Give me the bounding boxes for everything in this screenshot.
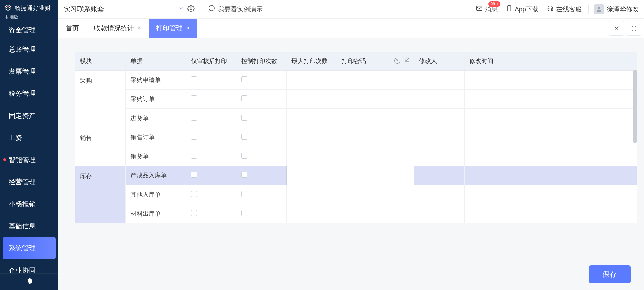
app-download-button[interactable]: App下载 [506, 5, 539, 14]
tab-receipts-stats[interactable]: 收款情况统计 × [87, 19, 149, 38]
checkbox[interactable] [191, 76, 197, 82]
sidebar-item-partial[interactable]: 资金管理 [0, 22, 58, 38]
col-by: 修改人 [414, 52, 464, 71]
modified-by-cell [414, 166, 464, 185]
svg-point-5 [598, 7, 600, 9]
sidebar-item-7[interactable]: 小畅报销 [0, 193, 58, 215]
sidebar-item-9[interactable]: 系统管理 [3, 237, 56, 259]
checkbox[interactable] [241, 153, 247, 159]
svg-point-1 [190, 8, 192, 10]
modified-by-cell [414, 71, 464, 90]
scrollbar[interactable] [633, 70, 637, 143]
chat-bubble-icon [208, 5, 215, 14]
module-cell: 采购 [75, 71, 125, 128]
sidebar-item-6[interactable]: 经营管理 [0, 171, 58, 193]
checkbox[interactable] [191, 134, 197, 140]
checkbox[interactable] [241, 134, 247, 140]
sidebar-item-2[interactable]: 税务管理 [0, 82, 58, 104]
svg-rect-3 [508, 6, 511, 11]
sidebar-item-3[interactable]: 固定资产 [0, 104, 58, 127]
checkbox[interactable] [241, 76, 247, 82]
doc-cell: 采购申请单 [125, 71, 186, 90]
checkbox[interactable] [241, 172, 247, 178]
checkbox[interactable] [241, 95, 247, 101]
topbar: 实习联系账套 我要看实例演示 消息 99 + App下载 在线客服 [58, 0, 644, 19]
print-password-cell [337, 147, 414, 166]
doc-cell: 进货单 [125, 109, 186, 128]
brand: 畅捷通好业财 [0, 0, 58, 14]
checkbox[interactable] [191, 191, 197, 197]
modified-by-cell [414, 128, 464, 147]
sidebar-settings[interactable] [0, 273, 58, 290]
sidebar-item-10[interactable]: 企业协同 [0, 259, 58, 273]
svg-point-0 [7, 6, 9, 7]
max-prints-cell[interactable] [286, 166, 337, 185]
checkbox[interactable] [191, 172, 197, 178]
fullscreen-button[interactable] [627, 21, 641, 36]
account-settings-icon[interactable] [187, 5, 195, 14]
app-download-label: App下载 [515, 5, 539, 14]
brand-edition: 标准版 [0, 14, 58, 20]
tabs-actions [603, 19, 644, 38]
max-prints-cell [286, 185, 337, 204]
support-button[interactable]: 在线客服 [547, 5, 582, 14]
help-icon[interactable]: ? [394, 58, 400, 64]
close-icon[interactable]: × [138, 25, 141, 32]
chevron-down-icon [178, 5, 184, 13]
checkbox[interactable] [191, 153, 197, 159]
sidebar-item-1[interactable]: 发票管理 [0, 60, 58, 82]
brand-name: 畅捷通好业财 [15, 4, 51, 12]
account-selector[interactable]: 实习联系账套 [64, 5, 184, 14]
table-row: 采购采购申请单 [75, 71, 637, 90]
doc-cell: 材料出库单 [125, 204, 186, 223]
modified-by-cell [414, 90, 464, 109]
doc-cell: 其他入库单 [125, 185, 186, 204]
sidebar-item-5[interactable]: 智能管理 [0, 149, 58, 171]
close-icon[interactable]: × [186, 25, 190, 32]
save-button[interactable]: 保存 [589, 265, 631, 283]
print-password-cell [337, 204, 414, 223]
table-row: 销货单 [75, 147, 637, 166]
sidebar-item-8[interactable]: 基础信息 [0, 215, 58, 237]
max-prints-cell [286, 147, 337, 166]
print-password-cell[interactable] [337, 166, 414, 185]
edit-icon[interactable] [404, 57, 409, 64]
col-pwd: 打印密码 ? [337, 52, 414, 71]
col-doc: 单据 [125, 52, 186, 71]
col-max: 最大打印次数 [286, 52, 337, 71]
checkbox[interactable] [191, 115, 197, 121]
table-row: 进货单 [75, 109, 637, 128]
col-audit: 仅审核后打印 [186, 52, 236, 71]
max-prints-cell [286, 128, 337, 147]
print-settings-table: 模块 单据 仅审核后打印 控制打印次数 最大打印次数 打印密码 ? [75, 52, 637, 223]
tab-print-management[interactable]: 打印管理 × [149, 19, 197, 38]
tab-home[interactable]: 首页 [58, 19, 87, 38]
modified-by-cell [414, 185, 464, 204]
sidebar-item-4[interactable]: 工资 [0, 127, 58, 149]
doc-cell: 产成品入库单 [125, 166, 186, 185]
demo-link[interactable]: 我要看实例演示 [208, 5, 263, 14]
checkbox[interactable] [241, 191, 247, 197]
checkbox[interactable] [191, 210, 197, 216]
avatar[interactable] [594, 4, 604, 14]
support-label: 在线客服 [556, 5, 582, 14]
col-module: 模块 [75, 52, 125, 71]
close-all-tabs-button[interactable] [609, 21, 624, 36]
headset-icon [547, 5, 554, 14]
checkbox[interactable] [191, 95, 197, 101]
print-password-cell [337, 109, 414, 128]
checkbox[interactable] [241, 115, 247, 121]
modified-time-cell [464, 128, 637, 147]
modified-time-cell [464, 185, 637, 204]
username[interactable]: 徐泽华修改 [607, 5, 639, 14]
table-row: 销售销售订单 [75, 128, 637, 147]
notification-dot-icon [3, 158, 6, 161]
table-row: 材料出库单 [75, 204, 637, 223]
gear-icon [26, 278, 33, 286]
modified-by-cell [414, 147, 464, 166]
table-row: 采购订单 [75, 90, 637, 109]
sidebar-item-0[interactable]: 总账管理 [0, 38, 58, 60]
messages-button[interactable]: 消息 99 + [476, 5, 498, 14]
svg-rect-2 [477, 6, 482, 11]
checkbox[interactable] [241, 210, 247, 216]
